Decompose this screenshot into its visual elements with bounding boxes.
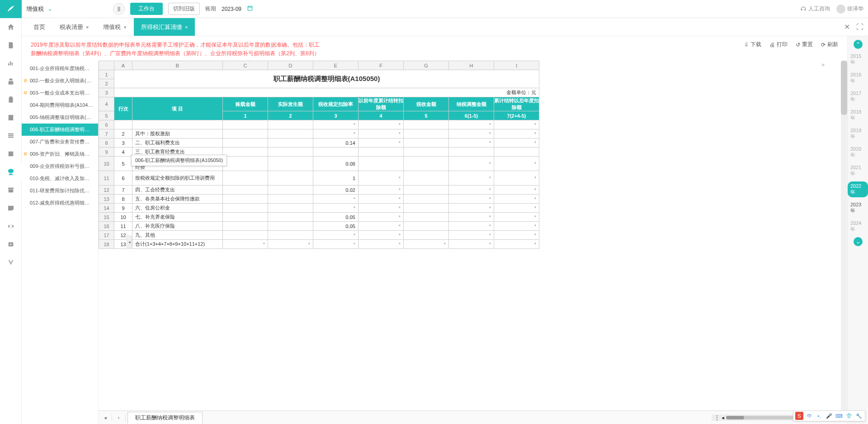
form-list-item[interactable]: 007-广告费和业务宣传费跨… [22,136,98,148]
switch-old-button[interactable]: 切到旧版 [168,3,200,15]
tab-3[interactable]: 所得税汇算清缴× [134,18,195,36]
form-list-item[interactable]: 004-期间费用明细表(A1040… [22,99,98,111]
tooltip: 006-职工薪酬纳税调整明细表(A105050) [131,155,227,166]
period-value[interactable]: 2023-09 [222,6,241,12]
nav-chart-icon[interactable] [0,54,22,72]
year-down-icon[interactable]: ⌄ [854,237,863,246]
nav-money-icon[interactable] [0,72,22,91]
calendar-icon[interactable] [247,5,253,13]
tab-2[interactable]: 增值税× [96,18,133,36]
svg-rect-0 [248,6,252,10]
form-list-item[interactable]: ⊘008-资产折旧、摊销及纳税… [22,148,98,160]
nav-tax-icon[interactable] [0,163,22,181]
nav-home-icon[interactable] [0,18,22,36]
avatar-icon [836,5,845,14]
form-list-item[interactable]: 006-职工薪酬纳税调整明细… [22,124,98,136]
print-button[interactable]: 🖨 打印 [769,41,788,48]
sheet-nav-first[interactable]: ◂ [99,414,112,421]
ime-punct-icon[interactable]: •, [815,412,823,420]
year-item[interactable]: 2020年 [848,144,868,160]
year-item[interactable]: 2016年 [848,70,868,86]
workbench-button[interactable]: 工作台 [130,3,163,15]
nav-archive-icon[interactable] [0,181,22,199]
year-item[interactable]: 2022年 [848,181,868,197]
consult-link[interactable]: 人工咨询 [800,5,830,13]
toolbar: ⇩ 下载 🖨 打印 ↺ 重置 ⟳ 刷新 [744,41,838,48]
tab-close-icon[interactable]: × [185,24,188,30]
tab-expand-icon[interactable]: ⛶ [856,23,863,31]
spreadsheet[interactable]: ABCDEFGHI1职工薪酬纳税调整明细表(A105050)23金额单位：元4行… [99,61,847,410]
ime-keyboard-icon[interactable]: ⌨ [835,412,843,420]
form-list-item[interactable]: ⊘003-一般企业成本支出明细… [22,87,98,99]
year-item[interactable]: 2021年 [848,163,868,179]
year-up-icon[interactable]: ⌃ [854,40,863,49]
topbar: 增值税 ⌄ 工作台 切到旧版 账期 2023-09 人工咨询 徐泽华 [22,0,868,18]
form-list-item[interactable]: 012-减免所得税优惠明细表(… [22,197,98,209]
tab-close-icon[interactable]: × [123,24,126,30]
year-item[interactable]: 2024年 [848,219,868,234]
account-selector[interactable]: 增值税 ⌄ [26,5,108,13]
year-item[interactable]: 2019年 [848,126,868,142]
warn-icon: ⊘ [24,78,27,83]
tab-1[interactable]: 税表清册× [52,18,96,36]
sheet-footer: ◂ ‹ 职工薪酬纳税调整明细表 ⋮ ◂ ▸ [99,410,847,424]
ime-bar[interactable]: S 中 •, 🎤 ⌨ 👕 🔧 [793,410,865,421]
year-item[interactable]: 2018年 [848,107,868,123]
ime-brand-icon[interactable]: S [795,412,803,420]
nav-doc-icon[interactable] [0,36,22,54]
warn-icon: ⊘ [24,151,27,156]
nav-calendar-icon[interactable] [0,145,22,163]
form-list: 001-企业所得税年度纳税申…⊘002-一般企业收入明细表(A…⊘003-一般企… [22,61,99,424]
form-list-item[interactable]: 005-纳税调整项目明细表(A1… [22,111,98,124]
notice-text: 2019年度涉及取以前年度结转数据的申报表单元格需要手工维护正确，才能保证本年及… [31,41,320,58]
nav-abacus-icon[interactable] [0,127,22,145]
sidebar-left [0,0,22,424]
ime-lang-icon[interactable]: 中 [805,412,813,420]
ime-tool-icon[interactable]: 🔧 [855,412,863,420]
tab-0[interactable]: 首页 [26,18,52,36]
tabbar: 首页税表清册×增值税×所得税汇算清缴× ✕ ⛶ [22,18,868,36]
refresh-button[interactable]: ⟳ 刷新 [821,41,838,48]
account-name: 增值税 [26,5,44,13]
vertical-scrollbar[interactable] [841,61,847,410]
form-list-item[interactable]: 001-企业所得税年度纳税申… [22,62,98,75]
nav-settings-icon[interactable] [0,217,22,235]
period-label: 账期 [205,5,216,13]
reset-button[interactable]: ↺ 重置 [796,41,813,48]
ime-skin-icon[interactable]: 👕 [845,412,853,420]
nav-video-icon[interactable] [0,235,22,253]
round-doc-button[interactable] [113,3,125,15]
year-item[interactable]: 2017年 [848,89,868,105]
year-item[interactable]: 2015年 [848,52,868,67]
user-menu[interactable]: 徐泽华 [836,5,863,14]
tab-close-icon[interactable]: × [86,24,89,30]
nav-report-icon[interactable] [0,109,22,127]
form-list-item[interactable]: 010-免税、减计收入及加计… [22,172,98,185]
download-button[interactable]: ⇩ 下载 [744,41,761,48]
warn-icon: ⊘ [24,90,27,95]
scroll-menu-icon[interactable]: ⋮ [714,414,720,421]
ime-mic-icon[interactable]: 🎤 [825,412,833,420]
sheet-nav-prev[interactable]: ‹ [112,414,126,421]
nav-clipboard-icon[interactable] [0,91,22,109]
form-list-item[interactable]: 011-研发费用加计扣除优惠… [22,185,98,197]
year-rail: ⌃ 2015年2016年2017年2018年2019年2020年2021年202… [847,36,868,424]
sheet-tab[interactable]: 职工薪酬纳税调整明细表 [127,412,203,424]
app-logo[interactable] [0,0,22,18]
collapse-handle[interactable]: ◂ [127,235,132,248]
tab-close-all-icon[interactable]: ✕ [844,23,850,31]
nav-inbox-icon[interactable] [0,199,22,217]
form-list-item[interactable]: 009-企业所得税弥补亏损明… [22,160,98,172]
nav-v-icon[interactable] [0,253,22,272]
year-item[interactable]: 2023年 [848,200,868,216]
form-list-item[interactable]: ⊘002-一般企业收入明细表(A… [22,75,98,87]
chevron-down-icon: ⌄ [47,5,52,12]
